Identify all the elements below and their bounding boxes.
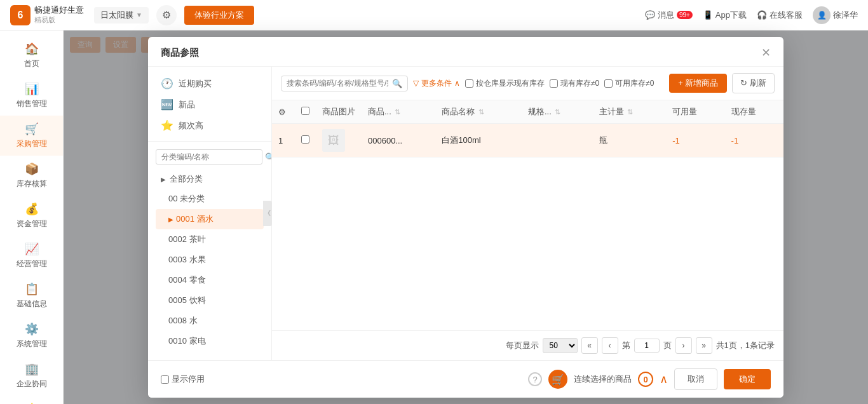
category-item-4[interactable]: 0004 零食: [156, 270, 264, 290]
stock-checkbox[interactable]: [550, 79, 558, 88]
settings-icon[interactable]: ⚙: [156, 5, 177, 25]
messages-item[interactable]: 💬 消息 99+: [645, 10, 693, 21]
cancel-button[interactable]: 取消: [674, 368, 717, 390]
td-checkbox: [295, 124, 316, 158]
product-search-input[interactable]: [287, 79, 388, 88]
category-search-input[interactable]: [156, 149, 262, 165]
sidebar-item-basic[interactable]: 📋 基础信息: [0, 276, 63, 316]
sidebar-item-operations[interactable]: 📈 经营管理: [0, 236, 63, 276]
help-icon: ?: [528, 372, 542, 386]
sidebar-item-enterprise[interactable]: 🏢 企业协同: [0, 356, 63, 396]
sort-icon-spec[interactable]: ⇅: [555, 108, 560, 116]
add-product-button[interactable]: + 新增商品: [669, 74, 727, 93]
first-page-button[interactable]: «: [581, 337, 598, 354]
category-section: ▶ 全部分类 00 未分类 ▶0001 酒水 0002 茶叶 0003: [148, 167, 271, 354]
category-item-7[interactable]: 0010 家电: [156, 331, 264, 351]
category-item-3[interactable]: 0003 水果: [156, 250, 264, 270]
sidebar-item-guide[interactable]: 🌟 新手引导: [0, 396, 63, 404]
last-page-button[interactable]: »: [696, 337, 712, 354]
row-checkbox[interactable]: [301, 135, 309, 144]
sort-icon-unit[interactable]: ⇅: [627, 108, 633, 116]
search-icon[interactable]: 🔍: [265, 152, 272, 162]
sort-icon-name[interactable]: ⇅: [478, 108, 484, 116]
th-stock: 现存量: [725, 100, 783, 124]
store-selector[interactable]: 日太阳膜 ▼: [94, 7, 149, 24]
category-item-0[interactable]: 00 未分类: [156, 189, 264, 209]
all-categories-label: 全部分类: [170, 173, 203, 185]
messages-badge: 99+: [677, 11, 693, 19]
top-nav: 6 畅捷通好生意 精易版 日太阳膜 ▼ ⚙ 体验行业方案 💬 消息 99+ 📱 …: [0, 0, 868, 30]
new-icon: 🆕: [161, 98, 173, 111]
td-spec: [522, 124, 593, 158]
sidebar-item-purchase[interactable]: 🛒 采购管理: [0, 116, 63, 156]
show-disabled-checkbox-group[interactable]: 显示停用: [161, 374, 205, 385]
logo-area: 6 畅捷通好生意 精易版: [10, 5, 86, 25]
toolbar: 🔍 ▽ 更多条件 ∧ 按仓库显示现有库存: [272, 67, 783, 100]
warehouse-checkbox[interactable]: [465, 79, 473, 88]
app-download-label: App下载: [715, 10, 747, 21]
trial-button[interactable]: 体验行业方案: [184, 6, 254, 25]
customer-service-item[interactable]: 🎧 在线客服: [757, 10, 803, 21]
app-download-item[interactable]: 📱 App下载: [703, 10, 747, 21]
sidebar-item-sales[interactable]: 📊 销售管理: [0, 76, 63, 116]
available-checkbox[interactable]: [604, 79, 613, 88]
filter-button[interactable]: ▽ 更多条件 ∧: [413, 78, 460, 89]
page-size-select[interactable]: 50 20 100: [543, 338, 578, 353]
left-panel-collapse-button[interactable]: 《: [263, 201, 272, 226]
show-disabled-checkbox[interactable]: [161, 375, 169, 384]
category-item-5[interactable]: 0005 饮料: [156, 290, 264, 311]
mobile-icon: 📱: [703, 10, 713, 20]
sidebar-label-inventory: 库存核算: [17, 178, 47, 189]
prev-page-button[interactable]: ‹: [602, 337, 618, 354]
table-row[interactable]: 1 🖼 000600... 白酒100ml: [272, 124, 783, 158]
chevron-down-icon: ▼: [136, 11, 142, 18]
category-search: 🔍: [148, 147, 271, 167]
category-item-6[interactable]: 0008 水: [156, 311, 264, 331]
category-item-2[interactable]: 0002 茶叶: [156, 229, 264, 250]
first-icon: «: [587, 341, 592, 350]
sidebar-item-home[interactable]: 🏠 首页: [0, 36, 63, 76]
sidebar-item-inventory[interactable]: 📦 库存核算: [0, 156, 63, 196]
avatar: 👤: [813, 6, 831, 24]
last-icon: »: [702, 341, 706, 350]
available-checkbox-label: 可用库存≠0: [615, 78, 654, 89]
cart-icon[interactable]: 🛒: [548, 370, 567, 389]
available-checkbox-group[interactable]: 可用库存≠0: [604, 78, 654, 89]
confirm-button[interactable]: 确定: [724, 369, 771, 389]
th-available: 可用量: [666, 100, 724, 124]
search-icon[interactable]: 🔍: [392, 79, 402, 88]
category-item-1[interactable]: ▶0001 酒水: [156, 209, 264, 229]
sidebar-label-finance: 资金管理: [17, 219, 47, 229]
quick-item-recent[interactable]: 🕐 近期购买: [156, 73, 264, 94]
user-item[interactable]: 👤 徐泽华: [813, 6, 858, 24]
footer-right: ? 🛒 连续选择的商品 0 ∧ 取消 确定: [528, 368, 771, 390]
all-categories-header[interactable]: ▶ 全部分类: [156, 170, 264, 189]
quick-item-frequent[interactable]: ⭐ 频次高: [156, 115, 264, 136]
stock-checkbox-group[interactable]: 现有库存≠0: [550, 78, 599, 89]
select-all-checkbox[interactable]: [301, 107, 309, 115]
page-number-input[interactable]: [634, 339, 660, 353]
modal-close-button[interactable]: ✕: [761, 46, 771, 60]
stock-checkbox-label: 现有库存≠0: [560, 78, 599, 89]
headset-icon: 🎧: [757, 10, 767, 20]
footer-collapse-button[interactable]: ∧: [660, 372, 668, 386]
nav-right: 💬 消息 99+ 📱 App下载 🎧 在线客服 👤 徐泽华: [645, 6, 858, 24]
message-icon: 💬: [645, 10, 655, 20]
username: 徐泽华: [833, 10, 858, 21]
sort-icon-code[interactable]: ⇅: [395, 108, 400, 116]
modal-header: 商品参照 ✕: [148, 37, 783, 67]
sales-icon: 📊: [25, 82, 39, 96]
help-button[interactable]: ?: [528, 372, 542, 387]
sidebar-item-finance[interactable]: 💰 资金管理: [0, 196, 63, 236]
th-name: 商品名称 ⇅: [435, 100, 522, 124]
quick-items: 🕐 近期购买 🆕 新品 ⭐ 频次高: [148, 73, 271, 136]
warehouse-checkbox-group[interactable]: 按仓库显示现有库存: [465, 78, 545, 89]
next-page-button[interactable]: ›: [675, 337, 692, 354]
table-settings-icon[interactable]: ⚙: [278, 107, 286, 117]
quick-item-new-label: 新品: [179, 99, 195, 111]
quick-item-new[interactable]: 🆕 新品: [156, 94, 264, 115]
th-image-label: 商品图片: [322, 107, 355, 116]
sidebar-item-system[interactable]: ⚙️ 系统管理: [0, 316, 63, 356]
toolbar-right: + 新增商品 ↻ 刷新: [669, 73, 775, 93]
refresh-button[interactable]: ↻ 刷新: [732, 73, 775, 93]
